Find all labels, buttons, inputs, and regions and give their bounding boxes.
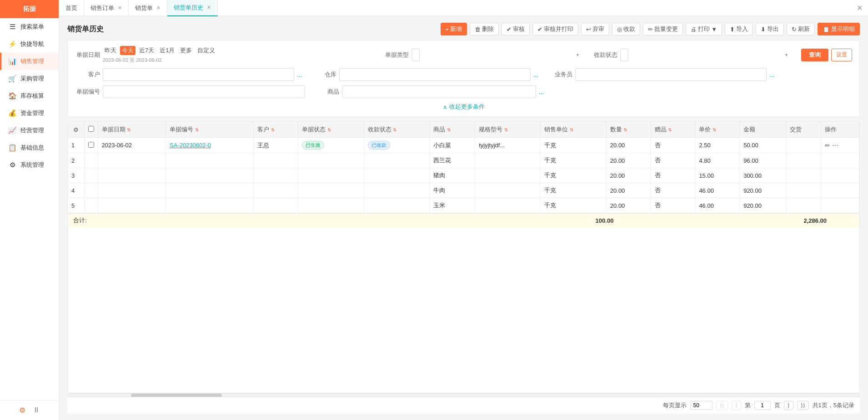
col-action-label: 操作	[825, 126, 837, 133]
shortcut-more[interactable]: 更多	[178, 46, 194, 55]
sidebar-item-label: 经营管理	[20, 126, 44, 135]
horizontal-scrollbar[interactable]	[67, 393, 860, 397]
filter-salesperson-dots[interactable]: ...	[769, 71, 775, 78]
cell-goods: 玉米	[429, 198, 475, 213]
cell-checkbox	[84, 153, 98, 168]
more-icon[interactable]: ⋯	[832, 142, 838, 149]
toolbar: + 新增 🗑 删除 ✔ 审核 ✔ 审核并打印 ↩ 弃审	[441, 23, 860, 35]
delete-button[interactable]: 🗑 删除	[470, 23, 499, 35]
cell-doc-date	[98, 168, 166, 183]
shortcut-custom[interactable]: 自定义	[196, 46, 217, 55]
col-payment-status-label: 收款状态	[368, 126, 391, 133]
tab-sales-history[interactable]: 销货单历史 ✕	[167, 0, 218, 16]
edit-icon[interactable]: ✏	[825, 142, 830, 149]
tab-home[interactable]: 首页	[59, 0, 84, 16]
tab-bar-close[interactable]: ✕	[857, 4, 868, 12]
filter-docno-input[interactable]	[103, 85, 305, 98]
page-first-button[interactable]: ⟨⟨	[716, 401, 728, 410]
col-doc-status[interactable]: 单据状态 ⇅	[298, 122, 364, 138]
page-last-button[interactable]: ⟩⟩	[797, 401, 809, 410]
tab-sales-history-close[interactable]: ✕	[207, 5, 211, 10]
filter-salesperson-input[interactable]	[575, 68, 767, 81]
cell-checkbox	[84, 138, 98, 153]
shortcut-7days[interactable]: 近7天	[137, 46, 156, 55]
col-amount: 金额	[740, 122, 786, 138]
shortcut-today[interactable]: 今天	[120, 46, 135, 55]
col-goods[interactable]: 商品 ⇅	[429, 122, 475, 138]
filter-customer-dots[interactable]: ...	[297, 71, 302, 78]
cell-row-no: 5	[68, 198, 84, 213]
sidebar-item-search-menu[interactable]: ☰ 搜索菜单	[0, 18, 59, 35]
sidebar-item-operation-mgmt[interactable]: 📈 经营管理	[0, 122, 59, 139]
collapse-row[interactable]: ∧ 收起更多条件	[75, 103, 852, 111]
col-qty[interactable]: 数量 ⇅	[606, 122, 651, 138]
col-doc-no[interactable]: 单据编号 ⇅	[166, 122, 253, 138]
cell-unit: 千克	[541, 183, 606, 198]
col-unit-price[interactable]: 单价 ⇅	[695, 122, 740, 138]
filter-payment-status-wrapper	[620, 49, 792, 61]
sidebar-item-inventory[interactable]: 🏠 库存核算	[0, 87, 59, 105]
col-unit-price-sort: ⇅	[712, 127, 716, 132]
cell-action	[821, 153, 859, 168]
collect-button[interactable]: ◎ 收款	[612, 23, 640, 35]
filter-doc-type-select[interactable]	[411, 49, 420, 61]
audit-print-button[interactable]: ✔ 审核并打印	[532, 23, 578, 35]
abandon-button[interactable]: ↩ 弃审	[581, 23, 609, 35]
col-gear[interactable]: ⚙	[68, 122, 84, 138]
col-doc-date-sort: ⇅	[127, 127, 130, 132]
sidebar-settings-icon[interactable]: ⚙	[19, 406, 25, 415]
basic-info-icon: 📋	[8, 144, 17, 152]
import-button[interactable]: ⬆ 导入	[725, 23, 753, 35]
cell-doc-date	[98, 183, 166, 198]
filter-warehouse-dots[interactable]: ...	[533, 71, 539, 78]
col-gift[interactable]: 赠品 ⇅	[651, 122, 695, 138]
audit-button[interactable]: ✔ 审核	[502, 23, 530, 35]
refresh-button[interactable]: ↻ 刷新	[787, 23, 815, 35]
add-button[interactable]: + 新增	[441, 23, 467, 35]
page-prev-button[interactable]: ⟨	[732, 401, 741, 410]
page-input[interactable]	[754, 401, 771, 410]
col-doc-status-label: 单据状态	[302, 126, 326, 133]
sidebar-item-basic-info[interactable]: 📋 基础信息	[0, 139, 59, 156]
shortcut-1month[interactable]: 近1月	[158, 46, 176, 55]
filter-goods-dots[interactable]: ...	[539, 88, 544, 95]
show-detail-button[interactable]: 📋 显示明细	[818, 23, 860, 35]
sidebar-item-quick-nav[interactable]: ⚡ 快捷导航	[0, 35, 59, 53]
filter-date-label: 单据日期	[75, 51, 100, 59]
doc-no-link[interactable]: SA-20230602-0	[170, 142, 211, 149]
sidebar-item-label: 基础信息	[20, 144, 44, 152]
query-button[interactable]: 查询	[801, 49, 828, 61]
sidebar-item-purchase-mgmt[interactable]: 🛒 采购管理	[0, 70, 59, 87]
sidebar-item-sales-mgmt[interactable]: 📊 销售管理	[0, 53, 59, 70]
col-spec[interactable]: 规格型号 ⇅	[475, 122, 541, 138]
sidebar-collapse-icon[interactable]: ⏸	[33, 406, 40, 415]
tab-sales-order[interactable]: 销售订单 ✕	[84, 0, 129, 16]
page-size-select[interactable]: 50 100	[690, 401, 712, 410]
col-payment-status[interactable]: 收款状态 ⇅	[364, 122, 429, 138]
filter-customer-input[interactable]	[103, 68, 294, 81]
sidebar-item-system-mgmt[interactable]: ⚙ 系统管理	[0, 156, 59, 174]
tab-sales-order-close[interactable]: ✕	[118, 5, 122, 11]
filter-docno-label: 单据编号	[75, 88, 100, 96]
filter-row-2: 客户 ... 仓库 ... 业务员 ...	[75, 68, 852, 81]
filter-goods-input[interactable]	[342, 85, 536, 98]
sidebar-item-capital-mgmt[interactable]: 💰 资金管理	[0, 105, 59, 122]
settings-button[interactable]: 设置	[831, 49, 852, 61]
filter-customer-item: 客户 ...	[75, 68, 302, 81]
shortcut-yesterday[interactable]: 昨天	[103, 46, 118, 55]
tab-sales-goods-close[interactable]: ✕	[156, 5, 161, 11]
select-all-checkbox[interactable]	[88, 126, 94, 132]
col-doc-date[interactable]: 单据日期 ⇅	[98, 122, 166, 138]
col-customer[interactable]: 客户 ⇅	[254, 122, 298, 138]
col-unit[interactable]: 销售单位 ⇅	[541, 122, 606, 138]
export-button[interactable]: ⬇ 导出	[756, 23, 784, 35]
filter-payment-status-select[interactable]	[620, 49, 628, 61]
page-next-button[interactable]: ⟩	[784, 401, 793, 410]
cell-qty: 20.00	[606, 138, 651, 153]
cell-unit: 千克	[541, 153, 606, 168]
batch-change-button[interactable]: ✏ 批量变更	[643, 23, 683, 35]
tab-sales-goods[interactable]: 销货单 ✕	[129, 0, 167, 16]
row-checkbox[interactable]	[88, 142, 94, 148]
filter-warehouse-input[interactable]	[339, 68, 531, 81]
print-button[interactable]: 🖨 打印 ▼	[686, 23, 722, 35]
